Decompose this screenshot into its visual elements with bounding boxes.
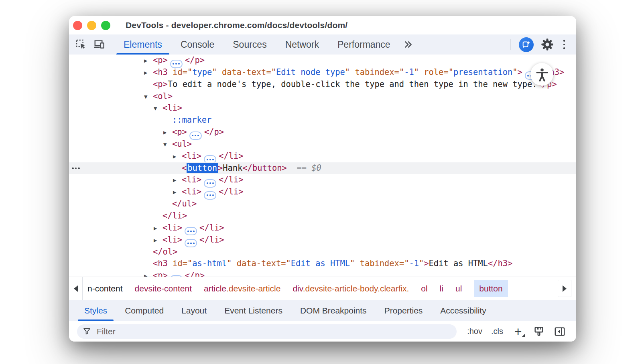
tab-console[interactable]: Console <box>171 34 223 55</box>
filter-input[interactable] <box>96 326 451 337</box>
syntax-token: Edit node type <box>276 67 345 77</box>
close-button[interactable] <box>73 21 82 30</box>
expand-arrow-icon[interactable]: ▼ <box>163 139 172 151</box>
dom-tree-row[interactable]: <h3 id="as-html" data-text="Edit as HTML… <box>69 258 576 270</box>
expand-arrow-icon[interactable]: ▶ <box>144 270 153 277</box>
breadcrumb-part: div <box>293 284 303 293</box>
tab-sources[interactable]: Sources <box>223 34 276 55</box>
filter-field[interactable] <box>77 324 457 339</box>
syntax-token: as-html <box>192 259 227 268</box>
minimize-button[interactable] <box>87 21 96 30</box>
dom-tree-row-selected[interactable]: <button>Hank</button> == $0 <box>69 162 576 174</box>
tab-properties[interactable]: Properties <box>376 300 432 321</box>
zoom-button[interactable] <box>101 21 110 30</box>
dom-tree-row[interactable]: ▶<li></li> <box>69 234 576 246</box>
dom-tree-row[interactable]: ▶<li></li> <box>69 186 576 198</box>
window-title: DevTools - developer.chrome.com/docs/dev… <box>126 20 347 30</box>
expand-arrow-icon[interactable]: ▶ <box>173 186 182 198</box>
traffic-lights <box>73 21 110 30</box>
tab-elements[interactable]: Elements <box>114 34 171 55</box>
tab-computed[interactable]: Computed <box>116 300 173 321</box>
syntax-token: </li> <box>199 235 224 245</box>
breadcrumb-part: article <box>204 284 226 293</box>
dom-tree-row[interactable]: ▶<h3 id="type" data-text="Edit node type… <box>69 67 576 79</box>
more-tabs-icon[interactable] <box>403 34 413 55</box>
expand-arrow-icon[interactable]: ▶ <box>173 151 182 163</box>
syntax-token: " <box>345 67 350 77</box>
toggle-element-state-button[interactable]: :hov <box>467 327 482 336</box>
dom-tree-row[interactable]: ::marker <box>69 114 576 126</box>
dom-tree-row[interactable]: ▶<li></li> <box>69 222 576 234</box>
ai-assistant-icon[interactable] <box>519 37 534 52</box>
tab-performance[interactable]: Performance <box>328 34 400 55</box>
syntax-token: -1 <box>404 67 414 77</box>
breadcrumb-part: ol <box>421 284 427 293</box>
dom-tree-panel[interactable]: ▶<p></p>▶<h3 id="type" data-text="Edit n… <box>69 55 576 277</box>
dom-tree-row[interactable]: <p>To edit a node's type, double-click t… <box>69 79 576 91</box>
dom-tree-row[interactable]: ▼<ul> <box>69 138 576 150</box>
expand-arrow-icon[interactable]: ▶ <box>154 222 163 235</box>
tab-accessibility[interactable]: Accessibility <box>431 300 495 321</box>
syntax-token: id= <box>168 67 187 77</box>
syntax-token: < <box>182 163 187 173</box>
expand-arrow-icon[interactable]: ▼ <box>154 103 163 115</box>
syntax-token: </h3> <box>488 259 512 268</box>
syntax-token: role= <box>419 67 449 77</box>
dom-tree-row[interactable]: ▶<p></p> <box>69 55 576 67</box>
dom-tree-row[interactable]: </ul> <box>69 198 576 210</box>
breadcrumb-item[interactable]: article.devsite-article <box>204 284 280 293</box>
tab-layout[interactable]: Layout <box>173 300 215 321</box>
settings-gear-icon[interactable] <box>541 38 554 51</box>
expand-arrow-icon[interactable]: ▶ <box>154 235 163 247</box>
new-style-rule-plus-icon[interactable]: + <box>512 326 524 338</box>
toggle-sidebar-icon[interactable] <box>554 326 566 338</box>
breadcrumb-item[interactable]: n-content <box>87 284 123 293</box>
breadcrumb-scroll-right-icon[interactable] <box>558 280 571 297</box>
breadcrumb-part: li <box>440 284 443 293</box>
syntax-token: " <box>399 67 404 77</box>
dom-tree-row[interactable]: ▶<li></li> <box>69 174 576 186</box>
syntax-token: <li> <box>163 103 182 113</box>
expand-arrow-icon[interactable]: ▶ <box>163 127 172 139</box>
breadcrumb-item[interactable]: ol <box>421 284 427 293</box>
expand-arrow-icon[interactable]: ▶ <box>144 55 153 67</box>
node-more-actions-icon[interactable] <box>72 167 80 169</box>
breadcrumb-scroll-left-icon[interactable] <box>69 277 83 300</box>
syntax-token: </li> <box>163 211 187 220</box>
syntax-token: Hank <box>223 163 242 173</box>
breadcrumb-item[interactable]: div.devsite-article-body.clearfix. <box>293 284 409 293</box>
breadcrumb: n-contentdevsite-contentarticle.devsite-… <box>87 280 508 297</box>
syntax-token: type <box>192 67 212 77</box>
expand-arrow-icon[interactable]: ▶ <box>173 174 182 186</box>
expand-arrow-icon[interactable]: ▶ <box>144 67 153 79</box>
title-bar: DevTools - developer.chrome.com/docs/dev… <box>69 16 576 34</box>
more-options-kebab-icon[interactable] <box>561 38 568 51</box>
expand-arrow-icon[interactable]: ▼ <box>144 91 153 103</box>
accessibility-icon[interactable] <box>530 63 553 86</box>
tab-styles[interactable]: Styles <box>75 300 116 321</box>
syntax-token: </ol> <box>153 247 177 257</box>
breadcrumb-part: devsite-content <box>135 284 192 293</box>
dom-tree-row[interactable]: ▶<p></p> <box>69 270 576 277</box>
dom-tree-row[interactable]: ▶<li></li> <box>69 150 576 162</box>
styles-panel-tabs: StylesComputedLayoutEvent ListenersDOM B… <box>69 300 576 321</box>
breadcrumb-part: .devsite-article <box>226 284 280 293</box>
breadcrumb-item[interactable]: ul <box>455 284 462 293</box>
breadcrumb-item[interactable]: devsite-content <box>135 284 192 293</box>
dom-tree-row[interactable]: ▶<p></p> <box>69 126 576 138</box>
breadcrumb-item[interactable]: li <box>440 284 443 293</box>
syntax-token: " <box>187 259 192 268</box>
inspect-icon[interactable] <box>73 37 89 52</box>
breadcrumb-item-selected[interactable]: button <box>474 280 508 297</box>
tab-event-listeners[interactable]: Event Listeners <box>215 300 291 321</box>
tab-dom-breakpoints[interactable]: DOM Breakpoints <box>291 300 376 321</box>
devtools-toolbar: ElementsConsoleSourcesNetworkPerformance <box>69 34 576 55</box>
device-toolbar-icon[interactable] <box>91 37 108 52</box>
dom-tree-row[interactable]: </li> <box>69 210 576 222</box>
element-classes-button[interactable]: .cls <box>491 327 503 336</box>
tab-network[interactable]: Network <box>276 34 328 55</box>
dom-tree-row[interactable]: </ol> <box>69 246 576 258</box>
dom-tree-row[interactable]: ▼<li> <box>69 102 576 114</box>
dom-tree-row[interactable]: ▼<ol> <box>69 91 576 103</box>
rendering-brush-icon[interactable] <box>533 326 545 338</box>
